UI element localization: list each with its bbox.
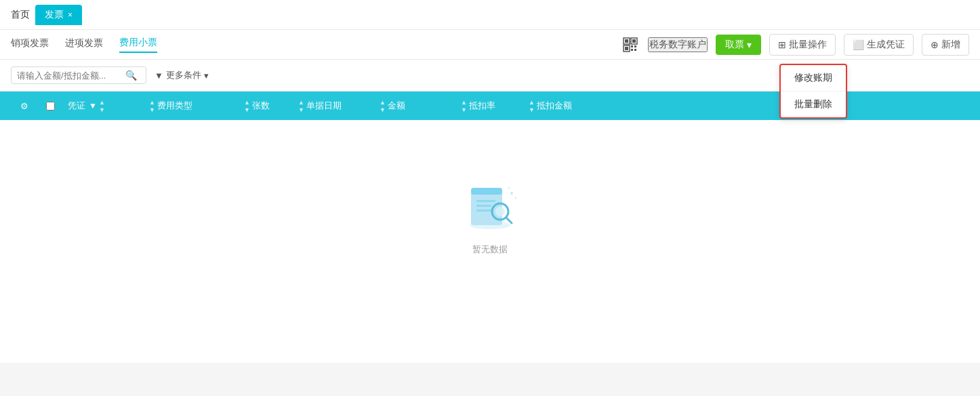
search-icon[interactable]: 🔍	[125, 70, 137, 81]
sort-up[interactable]: ▲	[149, 99, 155, 106]
svg-point-21	[508, 187, 510, 189]
voucher-sort-up[interactable]: ▲	[99, 99, 105, 106]
modify-period-item[interactable]: 修改账期	[781, 65, 846, 91]
invoice-tab-label: 发票	[45, 9, 64, 21]
tab-close-icon[interactable]: ×	[68, 10, 73, 20]
expense-type-sort-arrows[interactable]: ▲ ▼	[149, 99, 155, 113]
svg-rect-13	[476, 200, 495, 202]
deduct-rate-column-header: ▲ ▼ 抵扣率	[455, 99, 523, 113]
voucher-header-label: 凭证	[68, 100, 85, 112]
empty-state-text: 暂无数据	[472, 243, 508, 256]
sub-nav-tabs: 销项发票 进项发票 费用小票	[11, 37, 157, 53]
new-icon: ⊕	[931, 39, 939, 50]
sales-invoice-tab[interactable]: 销项发票	[11, 37, 49, 52]
svg-rect-6	[631, 45, 633, 47]
search-input[interactable]	[17, 71, 125, 81]
empty-state-illustration	[456, 174, 524, 235]
qr-code-button[interactable]	[621, 35, 640, 54]
svg-rect-14	[476, 205, 491, 207]
batch-operation-button[interactable]: ⊞ 批量操作	[769, 34, 836, 56]
sort-down[interactable]: ▼	[244, 106, 250, 113]
checkbox-column-header[interactable]	[38, 102, 62, 111]
sub-nav-actions: 税务数字账户 取票 ▾ ⊞ 批量操作 ⬜ 生成凭证 ⊕ 新增 修改账期 批量删除	[621, 34, 969, 56]
deduct-rate-header-label: 抵扣率	[469, 100, 495, 112]
batch-delete-item[interactable]: 批量删除	[781, 91, 846, 117]
voucher-icon: ⬜	[853, 39, 864, 50]
svg-rect-12	[471, 188, 502, 195]
sort-down[interactable]: ▼	[149, 106, 155, 113]
more-conditions-button[interactable]: ▼ 更多条件 ▾	[155, 69, 209, 81]
sort-up[interactable]: ▲	[461, 99, 467, 106]
new-label: 新增	[941, 39, 960, 51]
empty-state: 暂无数据	[0, 120, 980, 283]
svg-rect-5	[625, 47, 628, 50]
batch-operation-dropdown: 修改账期 批量删除	[779, 64, 847, 119]
take-ticket-label: 取票	[725, 39, 744, 51]
deduct-amount-column-header: ▲ ▼ 抵扣金额	[523, 99, 618, 113]
svg-point-20	[515, 197, 517, 199]
voucher-sort-arrows[interactable]: ▲ ▼	[99, 99, 105, 113]
deduct-rate-sort-arrows[interactable]: ▲ ▼	[461, 99, 467, 113]
deduct-amount-header-label: 抵扣金额	[537, 100, 572, 112]
svg-rect-3	[632, 39, 636, 43]
sort-down[interactable]: ▼	[380, 106, 386, 113]
sort-up[interactable]: ▲	[298, 99, 304, 106]
home-link[interactable]: 首页	[11, 9, 30, 21]
expense-type-column-header: ▲ ▼ 费用类型	[144, 99, 239, 113]
amount-header-label: 金额	[388, 100, 405, 112]
gear-icon[interactable]: ⚙	[20, 101, 28, 111]
purchase-invoice-tab[interactable]: 进项发票	[65, 37, 103, 52]
date-sort-arrows[interactable]: ▲ ▼	[298, 99, 304, 113]
svg-point-19	[510, 192, 513, 195]
batch-op-label: 批量操作	[789, 39, 827, 51]
generate-voucher-label: 生成凭证	[867, 39, 905, 51]
svg-rect-7	[634, 45, 636, 47]
batch-icon: ⊞	[778, 39, 786, 50]
new-button[interactable]: ⊕ 新增	[922, 34, 969, 56]
count-column-header: ▲ ▼ 张数	[239, 99, 293, 113]
settings-column-header[interactable]: ⚙	[11, 101, 38, 111]
search-input-wrap[interactable]: 🔍	[11, 66, 146, 84]
tax-account-button[interactable]: 税务数字账户	[648, 37, 708, 52]
date-column-header: ▲ ▼ 单据日期	[293, 99, 374, 113]
sort-up[interactable]: ▲	[529, 99, 535, 106]
sort-up[interactable]: ▲	[244, 99, 250, 106]
amount-sort-arrows[interactable]: ▲ ▼	[380, 99, 386, 113]
take-ticket-button[interactable]: 取票 ▾	[716, 35, 761, 55]
date-header-label: 单据日期	[306, 100, 342, 112]
invoice-tab[interactable]: 发票 ×	[35, 5, 82, 25]
count-header-label: 张数	[252, 100, 270, 112]
svg-rect-1	[625, 39, 628, 43]
sort-up[interactable]: ▲	[380, 99, 386, 106]
svg-line-18	[506, 218, 512, 223]
main-content: ⚙ 凭证 ▼ ▲ ▼ ▲ ▼ 费用类型 ▲ ▼ 张数	[0, 92, 980, 363]
svg-rect-9	[634, 49, 636, 51]
voucher-sort-down[interactable]: ▼	[99, 106, 105, 113]
deduct-amount-sort-arrows[interactable]: ▲ ▼	[529, 99, 535, 113]
filter-icon: ▼	[155, 71, 163, 81]
sub-nav: 销项发票 进项发票 费用小票 税务数字账户 取票 ▾ ⊞	[0, 30, 980, 60]
voucher-column-header: 凭证 ▼ ▲ ▼	[62, 99, 144, 113]
amount-column-header: ▲ ▼ 金额	[374, 99, 455, 113]
more-conditions-label: 更多条件	[166, 69, 201, 81]
select-all-checkbox[interactable]	[46, 102, 55, 111]
svg-rect-15	[476, 210, 493, 212]
more-conditions-chevron: ▾	[204, 71, 209, 81]
take-ticket-chevron: ▾	[747, 39, 752, 50]
voucher-filter-icon[interactable]: ▼	[89, 101, 97, 111]
count-sort-arrows[interactable]: ▲ ▼	[244, 99, 250, 113]
generate-voucher-button[interactable]: ⬜ 生成凭证	[844, 34, 914, 56]
sort-down[interactable]: ▼	[529, 106, 535, 113]
expense-receipt-tab[interactable]: 费用小票	[119, 37, 157, 53]
expense-type-header-label: 费用类型	[157, 100, 192, 112]
sort-down[interactable]: ▼	[461, 106, 467, 113]
sort-down[interactable]: ▼	[298, 106, 304, 113]
top-nav: 首页 发票 ×	[0, 0, 980, 30]
svg-rect-8	[631, 49, 633, 51]
svg-point-17	[495, 207, 505, 216]
